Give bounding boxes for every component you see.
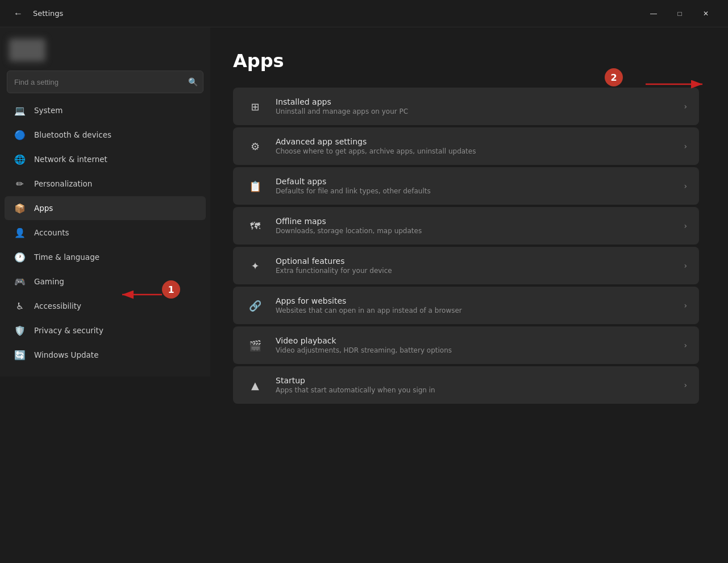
settings-item-offline-maps[interactable]: 🗺 Offline maps Downloads, storage locati… <box>233 207 699 245</box>
sidebar-item-bluetooth[interactable]: 🔵 Bluetooth & devices <box>5 123 206 147</box>
offline-maps-subtitle: Downloads, storage location, map updates <box>276 227 673 235</box>
default-apps-icon: 📋 <box>245 176 265 196</box>
offline-maps-title: Offline maps <box>276 217 673 226</box>
sidebar-item-label-bluetooth: Bluetooth & devices <box>34 130 111 139</box>
apps-for-websites-chevron: › <box>684 301 687 310</box>
optional-features-icon: ✦ <box>245 255 265 276</box>
installed-apps-icon: ⊞ <box>245 96 265 117</box>
optional-features-chevron: › <box>684 261 687 270</box>
accessibility-icon: ♿ <box>14 300 26 312</box>
installed-apps-text: Installed apps Uninstall and manage apps… <box>276 97 673 115</box>
sidebar-item-apps[interactable]: 📦 Apps <box>5 196 206 220</box>
maximize-button[interactable]: □ <box>667 5 693 23</box>
settings-item-default-apps[interactable]: 📋 Default apps Defaults for file and lin… <box>233 167 699 205</box>
installed-apps-subtitle: Uninstall and manage apps on your PC <box>276 107 673 115</box>
app-title: Settings <box>33 9 63 18</box>
settings-list: ⊞ Installed apps Uninstall and manage ap… <box>233 88 699 404</box>
default-apps-chevron: › <box>684 181 687 191</box>
advanced-app-settings-text: Advanced app settings Choose where to ge… <box>276 137 673 155</box>
user-profile <box>0 27 210 71</box>
startup-chevron: › <box>684 380 687 390</box>
main-wrapper: 2 Apps ⊞ Installed apps Uninstall and ma… <box>210 27 728 563</box>
privacy-icon: 🛡️ <box>14 324 26 337</box>
apps-for-websites-text: Apps for websites Websites that can open… <box>276 296 673 314</box>
apps-for-websites-subtitle: Websites that can open in an app instead… <box>276 307 673 314</box>
installed-apps-title: Installed apps <box>276 97 673 106</box>
settings-item-installed-apps[interactable]: ⊞ Installed apps Uninstall and manage ap… <box>233 88 699 125</box>
default-apps-subtitle: Defaults for file and link types, other … <box>276 187 673 195</box>
titlebar: ← Settings — □ ✕ <box>0 0 728 27</box>
optional-features-title: Optional features <box>276 256 673 266</box>
optional-features-text: Optional features Extra functionality fo… <box>276 256 673 275</box>
minimize-button[interactable]: — <box>640 5 667 23</box>
page-title: Apps <box>233 50 705 72</box>
default-apps-text: Default apps Defaults for file and link … <box>276 177 673 195</box>
search-box: 🔍 <box>7 71 203 93</box>
back-icon: ← <box>14 9 23 19</box>
apps-icon: 📦 <box>14 202 26 214</box>
back-button[interactable]: ← <box>9 5 27 23</box>
video-playback-icon: 🎬 <box>245 335 265 355</box>
sidebar-item-time[interactable]: 🕐 Time & language <box>5 245 206 269</box>
main-content: Apps ⊞ Installed apps Uninstall and mana… <box>210 27 728 427</box>
sidebar-item-accounts[interactable]: 👤 Accounts <box>5 221 206 245</box>
advanced-app-settings-chevron: › <box>684 142 687 151</box>
video-playback-subtitle: Video adjustments, HDR streaming, batter… <box>276 346 673 354</box>
sidebar-item-label-accessibility: Accessibility <box>34 301 81 311</box>
settings-item-optional-features[interactable]: ✦ Optional features Extra functionality … <box>233 247 699 284</box>
apps-for-websites-icon: 🔗 <box>245 295 265 316</box>
accounts-icon: 👤 <box>14 226 26 239</box>
network-icon: 🌐 <box>14 153 26 165</box>
sidebar-item-system[interactable]: 💻 System <box>5 98 206 122</box>
installed-apps-chevron: › <box>684 102 687 111</box>
settings-item-video-playback[interactable]: 🎬 Video playback Video adjustments, HDR … <box>233 326 699 364</box>
sidebar: 🔍 💻 System 🔵 Bluetooth & devices 🌐 Netwo… <box>0 27 210 376</box>
annotation-circle-2: 2 <box>605 68 623 86</box>
search-input[interactable] <box>7 71 203 93</box>
sidebar-item-label-personalization: Personalization <box>34 179 92 188</box>
sidebar-item-label-accounts: Accounts <box>34 228 69 237</box>
advanced-app-settings-subtitle: Choose where to get apps, archive apps, … <box>276 147 673 155</box>
optional-features-subtitle: Extra functionality for your device <box>276 267 673 275</box>
sidebar-item-windows-update[interactable]: 🔄 Windows Update <box>5 343 206 367</box>
sidebar-item-label-time: Time & language <box>34 252 99 262</box>
offline-maps-text: Offline maps Downloads, storage location… <box>276 217 673 235</box>
window-controls: — □ ✕ <box>640 5 719 23</box>
time-icon: 🕐 <box>14 251 26 263</box>
app-layout: 1 🔍 💻 System 🔵 <box>0 27 728 563</box>
gaming-icon: 🎮 <box>14 275 26 288</box>
sidebar-item-label-network: Network & internet <box>34 155 107 164</box>
settings-item-startup[interactable]: ▲ Startup Apps that start automatically … <box>233 366 699 404</box>
sidebar-item-network[interactable]: 🌐 Network & internet <box>5 147 206 171</box>
annotation-circle-1: 1 <box>162 280 180 299</box>
startup-text: Startup Apps that start automatically wh… <box>276 376 673 394</box>
sidebar-item-label-gaming: Gaming <box>34 277 64 286</box>
apps-for-websites-title: Apps for websites <box>276 296 673 305</box>
sidebar-nav: 💻 System 🔵 Bluetooth & devices 🌐 Network… <box>0 98 210 367</box>
startup-icon: ▲ <box>245 375 265 395</box>
sidebar-item-accessibility[interactable]: ♿ Accessibility <box>5 294 206 318</box>
advanced-app-settings-icon: ⚙ <box>245 136 265 156</box>
settings-item-advanced-app-settings[interactable]: ⚙ Advanced app settings Choose where to … <box>233 127 699 165</box>
default-apps-title: Default apps <box>276 177 673 186</box>
startup-title: Startup <box>276 376 673 385</box>
personalization-icon: ✏️ <box>14 177 26 190</box>
bluetooth-icon: 🔵 <box>14 129 26 141</box>
offline-maps-icon: 🗺 <box>245 216 265 236</box>
windows-update-icon: 🔄 <box>14 349 26 361</box>
system-icon: 💻 <box>14 104 26 117</box>
startup-subtitle: Apps that start automatically when you s… <box>276 386 673 394</box>
video-playback-chevron: › <box>684 341 687 350</box>
settings-item-apps-for-websites[interactable]: 🔗 Apps for websites Websites that can op… <box>233 287 699 324</box>
sidebar-item-personalization[interactable]: ✏️ Personalization <box>5 172 206 196</box>
video-playback-text: Video playback Video adjustments, HDR st… <box>276 336 673 354</box>
close-button[interactable]: ✕ <box>693 5 719 23</box>
advanced-app-settings-title: Advanced app settings <box>276 137 673 146</box>
sidebar-item-label-privacy: Privacy & security <box>34 326 103 335</box>
offline-maps-chevron: › <box>684 221 687 230</box>
avatar <box>9 39 45 61</box>
sidebar-item-privacy[interactable]: 🛡️ Privacy & security <box>5 318 206 342</box>
sidebar-item-label-windows-update: Windows Update <box>34 350 98 359</box>
video-playback-title: Video playback <box>276 336 673 345</box>
sidebar-item-label-apps: Apps <box>34 204 53 213</box>
